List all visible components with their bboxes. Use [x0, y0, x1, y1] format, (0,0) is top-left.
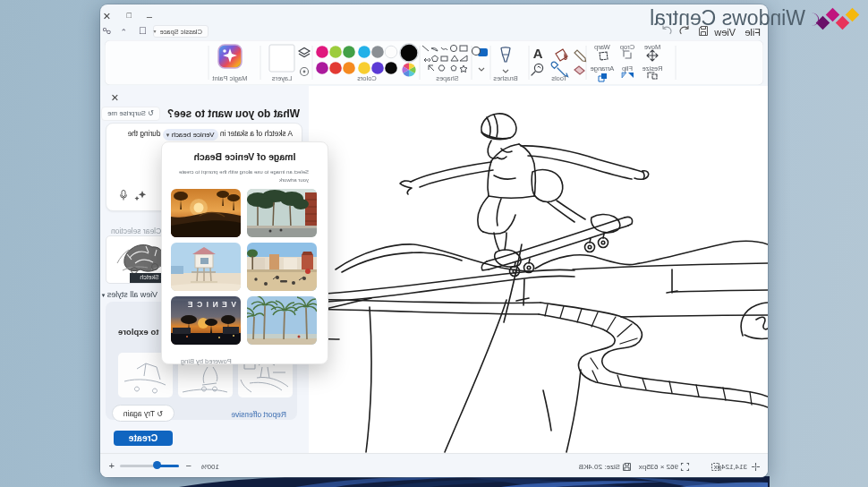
svg-text:Magic Paint: Magic Paint — [211, 74, 247, 82]
svg-text:Resize: Resize — [642, 64, 663, 73]
svg-text:Tools: Tools — [551, 74, 567, 82]
svg-text:Flip: Flip — [622, 64, 633, 73]
svg-text:VENICE: VENICE — [183, 300, 236, 309]
svg-text:Arrange: Arrange — [591, 64, 615, 73]
svg-text:Layers: Layers — [271, 74, 292, 82]
svg-text:Warp: Warp — [594, 43, 610, 51]
svg-text:Brushes: Brushes — [493, 74, 518, 82]
svg-text:Crop: Crop — [620, 43, 634, 51]
svg-text:Shapes: Shapes — [436, 74, 459, 82]
svg-text:A: A — [532, 46, 542, 61]
svg-text:Colors: Colors — [357, 74, 377, 82]
